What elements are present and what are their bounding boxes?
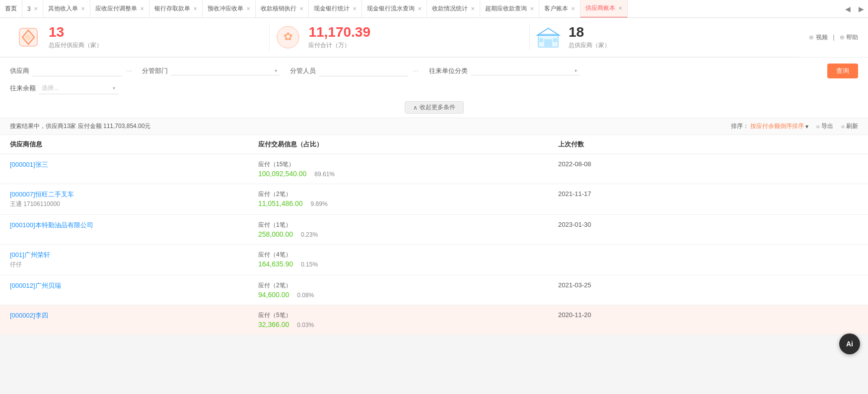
snowflake-icon: ✿ (275, 24, 301, 51)
close-icon[interactable]: ✕ (530, 6, 534, 11)
supplier-name-000012: [000012]广州贝瑞 (10, 281, 258, 290)
result-text: 搜索结果中，供应商13家 应付金额 111,703,854.00元 (10, 122, 150, 131)
close-icon[interactable]: ✕ (299, 6, 303, 11)
col-header-supplier: 供应商信息 (10, 140, 258, 149)
export-icon: ○ (816, 123, 820, 130)
close-icon[interactable]: ✕ (353, 6, 357, 11)
stat-total-suppliers-label: 总供应商（家） (569, 41, 610, 50)
top-right-links: ⊙ 视频 ｜ ⊙ 帮助 (799, 18, 868, 57)
category-arrow-icon: ▾ (575, 68, 577, 73)
tx-amount-000001: 100,092,540.00 (258, 170, 306, 178)
sort-prefix: 排序： (731, 122, 749, 131)
category-label: 往来单位分类 (429, 66, 468, 75)
nav-tab-overdue[interactable]: 超期应收款查询 ✕ (480, 0, 539, 18)
search-row-1: 供应商 ··· 分管部门 ▾ 分管人员 ··· 往来单位分类 ▾ 查询 (10, 64, 858, 78)
table-row: [000001]张三 应付（15笔） 100,092,540.00 89.61%… (0, 154, 868, 184)
tx-pct-001: 0.15% (301, 261, 318, 268)
supplier-name-000007: [000007]恒旺二手叉车 (10, 190, 258, 199)
tx-info-000100: 应付（1笔） 258,000.00 0.23% (258, 221, 558, 238)
nav-tab-supplier-ledger[interactable]: 供应商账本 ✕ (580, 0, 628, 18)
sort-value[interactable]: 按应付余额倒序排序 (750, 122, 804, 131)
close-icon[interactable]: ✕ (34, 6, 38, 11)
table-row: [000002]李四 应付（5笔） 32,366.00 0.03% 2020-1… (0, 305, 868, 335)
close-icon[interactable]: ✕ (418, 6, 422, 11)
stat-payable-suppliers-label: 总应付供应商（家） (49, 41, 102, 50)
close-icon[interactable]: ✕ (193, 6, 197, 11)
customer-ledger-label: 客户账本 (544, 4, 568, 13)
nav-tab-home[interactable]: 首页 (0, 0, 22, 18)
close-icon[interactable]: ✕ (140, 6, 144, 11)
nav-next-arrow[interactable]: ▶ (855, 5, 868, 13)
supplier-link-000012[interactable]: [000012]广州贝瑞 (10, 282, 61, 289)
col-header-lastpay: 上次付数 (558, 140, 858, 149)
person-label: 分管人员 (290, 66, 316, 75)
last-pay-000100: 2023-01-30 (558, 221, 858, 228)
search-button[interactable]: 查询 (827, 64, 858, 78)
category-select[interactable]: ▾ (471, 66, 580, 75)
nav-tab-bank[interactable]: 银行存取款单 ✕ (149, 0, 203, 18)
close-icon[interactable]: ✕ (618, 5, 622, 11)
supplier-label: 供应商 (10, 66, 29, 75)
nav-prev-arrow[interactable]: ◀ (841, 5, 855, 13)
bank-label: 银行存取款单 (154, 4, 190, 13)
person-dots-icon[interactable]: ··· (412, 66, 419, 75)
export-label: 导出 (821, 122, 833, 131)
table-row: [000100]本特勤油品有限公司 应付（1笔） 258,000.00 0.23… (0, 215, 868, 245)
nav-tab-cash-stat[interactable]: 现金银行统计 ✕ (309, 0, 362, 18)
ar-ap-label: 应收应付调整单 (95, 4, 137, 13)
supplier-info-000012: [000012]广州贝瑞 (10, 281, 258, 290)
supplier-input[interactable] (32, 66, 122, 76)
close-icon[interactable]: ✕ (571, 6, 575, 11)
balance-select[interactable]: 选择... ▾ (39, 82, 118, 94)
collapse-button[interactable]: ∧ 收起更多条件 (405, 101, 464, 114)
person-input[interactable] (319, 66, 408, 76)
dept-select[interactable]: ▾ (171, 66, 280, 75)
sort-arrow-icon[interactable]: ▾ (805, 123, 808, 130)
nav-tab-other-income[interactable]: 其他收入单 ✕ (43, 0, 90, 18)
sort-label: 排序： 按应付余额倒序排序 ▾ (731, 122, 808, 131)
nav-tab-cash-flow[interactable]: 现金银行流水查询 ✕ (362, 0, 427, 18)
table-row: [000012]广州贝瑞 应付（2笔） 94,600.00 0.08% 2021… (0, 275, 868, 305)
supplier-name-000100: [000100]本特勤油品有限公司 (10, 221, 258, 230)
supplier-link-000100[interactable]: [000100]本特勤油品有限公司 (10, 221, 93, 229)
help-link[interactable]: ⊙ 帮助 (840, 33, 858, 42)
nav-tab-receive-verify[interactable]: 收款核销执行 ✕ (256, 0, 309, 18)
category-field: 往来单位分类 ▾ (429, 66, 580, 75)
close-icon[interactable]: ✕ (246, 6, 250, 11)
nav-tab-pre-receive[interactable]: 预收冲应收单 ✕ (203, 0, 256, 18)
stat-payable-suppliers-info: 13 总应付供应商（家） (49, 25, 102, 50)
video-link[interactable]: ⊙ 视频 (809, 33, 827, 42)
tx-row-000012: 94,600.00 0.08% (258, 291, 558, 299)
collapse-up-icon: ∧ (413, 104, 418, 111)
export-button[interactable]: ○ 导出 (816, 122, 833, 131)
supplier-link-000001[interactable]: [000001]张三 (10, 161, 48, 168)
last-pay-000012: 2021-03-25 (558, 281, 858, 289)
tx-row-000100: 258,000.00 0.23% (258, 230, 558, 238)
overdue-label: 超期应收款查询 (485, 4, 527, 13)
nav-tab-customer-ledger[interactable]: 客户账本 ✕ (539, 0, 580, 18)
last-pay-000001: 2022-08-08 (558, 160, 858, 168)
stat-payable-amount-info: 11,170.39 应付合计（万） (308, 25, 370, 50)
close-icon[interactable]: ✕ (471, 6, 475, 11)
search-form: 供应商 ··· 分管部门 ▾ 分管人员 ··· 往来单位分类 ▾ 查询 往来 (0, 58, 868, 118)
close-icon[interactable]: ✕ (81, 6, 85, 11)
stat-payable-amount-label: 应付合计（万） (308, 41, 370, 50)
tx-amount-000012: 94,600.00 (258, 291, 289, 299)
stat-total-suppliers: 18 总供应商（家） (530, 24, 789, 51)
supplier-link-000002[interactable]: [000002]李四 (10, 312, 48, 319)
nav-tab-receive-stat[interactable]: 收款情况统计 ✕ (427, 0, 480, 18)
supplier-link-000007[interactable]: [000007]恒旺二手叉车 (10, 191, 74, 198)
stats-header-row: 13 总应付供应商（家） ✿ 11,170.39 应付合计（万） (0, 18, 868, 58)
nav-tab-3[interactable]: 3 ✕ (22, 0, 43, 18)
tx-info-000007: 应付（2笔） 11,051,486.00 9.89% (258, 190, 558, 207)
tx-row-000001: 100,092,540.00 89.61% (258, 170, 558, 178)
nav-tab-ar-ap-adj[interactable]: 应收应付调整单 ✕ (90, 0, 149, 18)
refresh-icon: ○ (841, 123, 845, 130)
person-field: 分管人员 ··· (290, 66, 419, 76)
store-icon (535, 24, 562, 51)
supplier-dots-icon[interactable]: ··· (126, 66, 132, 75)
supplier-link-001[interactable]: [001]广州荣轩 (10, 251, 50, 259)
refresh-button[interactable]: ○ 刷新 (841, 122, 858, 131)
stats-bar: 13 总应付供应商（家） ✿ 11,170.39 应付合计（万） (0, 18, 799, 57)
search-row-2: 往来余额 选择... ▾ (10, 82, 858, 94)
